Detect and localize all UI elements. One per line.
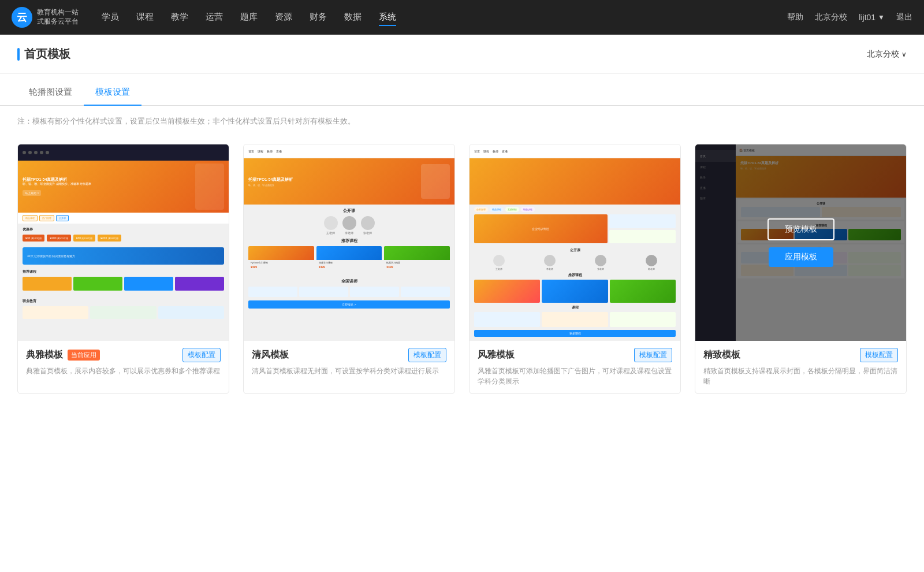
template-name-row-t1: 典雅模板 当前应用 模板配置 bbox=[26, 348, 221, 362]
note-text: 注：模板有部分个性化样式设置，设置后仅当前模板生效；非个性化样式设置后只针对所有… bbox=[0, 106, 924, 132]
template-footer-t1: 典雅模板 当前应用 模板配置 典雅首页模板，展示内容较多，可以展示优惠券和多个推… bbox=[18, 341, 229, 383]
branch-selector[interactable]: 北京分校 ∨ bbox=[867, 49, 907, 60]
current-badge-t1: 当前应用 bbox=[68, 350, 100, 361]
apply-button-t4[interactable]: 应用模板 bbox=[769, 247, 833, 267]
template-name-t2: 清风模板 bbox=[252, 349, 289, 361]
nav-item-operations[interactable]: 运营 bbox=[206, 9, 223, 26]
nav-menu: 学员 课程 教学 运营 题库 资源 财务 数据 系统 bbox=[102, 9, 787, 26]
template-name-row-t2: 清风模板 模板配置 bbox=[252, 348, 446, 362]
template-desc-t1: 典雅首页模板，展示内容较多，可以展示优惠券和多个推荐课程 bbox=[26, 366, 221, 376]
templates-grid: 托福TPO1-54真题及解析 听、说、读、写·全面提升·成绩快步、准确率 对作题… bbox=[0, 132, 924, 417]
template-overlay-t4: 预览模板 应用模板 bbox=[695, 144, 906, 341]
page-title: 首页模板 bbox=[17, 46, 70, 62]
tab-template[interactable]: 模板设置 bbox=[84, 80, 141, 106]
template-desc-t3: 风雅首页模板可添加轮播图下广告图片，可对课程及课程包设置学科分类展示 bbox=[478, 366, 672, 387]
preview-button-t4[interactable]: 预览模板 bbox=[767, 218, 834, 240]
template-card-t1[interactable]: 托福TPO1-54真题及解析 听、说、读、写·全面提升·成绩快步、准确率 对作题… bbox=[17, 144, 229, 394]
logo[interactable]: 云 教育机构一站 式服务云平台 bbox=[12, 7, 79, 28]
user-dropdown[interactable]: lijt01 ▼ bbox=[859, 13, 885, 22]
logo-text: 教育机构一站 式服务云平台 bbox=[37, 8, 79, 26]
nav-item-students[interactable]: 学员 bbox=[102, 9, 119, 26]
top-navigation: 云 教育机构一站 式服务云平台 学员 课程 教学 运营 题库 资源 财务 数据 … bbox=[0, 0, 924, 35]
chevron-down-icon: ▼ bbox=[878, 13, 885, 21]
nav-item-finance[interactable]: 财务 bbox=[310, 9, 327, 26]
page-content: 首页模板 北京分校 ∨ 轮播图设置 模板设置 注：模板有部分个性化样式设置，设置… bbox=[0, 35, 924, 572]
template-name-t4: 精致模板 bbox=[703, 349, 740, 361]
tabs-bar: 轮播图设置 模板设置 bbox=[0, 80, 924, 106]
branch-link[interactable]: 北京分校 bbox=[815, 12, 847, 23]
template-card-t4[interactable]: 首页 课程 教学 直播 题库 🏠 首页模板 bbox=[695, 144, 907, 394]
template-card-t2[interactable]: 首页课程教师直播 托福TPO1-54真题及解析 听、说、读、写·全面提升 bbox=[243, 144, 455, 394]
nav-right: 帮助 北京分校 lijt01 ▼ 退出 bbox=[787, 12, 912, 23]
nav-item-system[interactable]: 系统 bbox=[379, 9, 396, 26]
template-preview-t3: 首页课程教师直播 全部好课 精品课程 实战训练 职业认证 bbox=[470, 144, 680, 341]
nav-item-resources[interactable]: 资源 bbox=[275, 9, 292, 26]
template-footer-t3: 风雅模板 模板配置 风雅首页模板可添加轮播图下广告图片，可对课程及课程包设置学科… bbox=[470, 341, 680, 393]
template-card-t3[interactable]: 首页课程教师直播 全部好课 精品课程 实战训练 职业认证 bbox=[469, 144, 681, 394]
template-preview-t4: 首页 课程 教学 直播 题库 🏠 首页模板 bbox=[695, 144, 906, 341]
page-header: 首页模板 北京分校 ∨ bbox=[0, 35, 924, 74]
template-desc-t4: 精致首页模板支持课程展示封面，各模板分隔明显，界面简洁清晰 bbox=[703, 366, 898, 387]
nav-item-courses[interactable]: 课程 bbox=[136, 9, 154, 26]
tab-slideshow[interactable]: 轮播图设置 bbox=[17, 80, 84, 106]
nav-item-data[interactable]: 数据 bbox=[344, 9, 362, 26]
config-button-t3[interactable]: 模板配置 bbox=[634, 348, 672, 362]
config-button-t2[interactable]: 模板配置 bbox=[408, 348, 446, 362]
config-button-t1[interactable]: 模板配置 bbox=[182, 348, 221, 362]
nav-item-teaching[interactable]: 教学 bbox=[171, 9, 188, 26]
template-preview-t2: 首页课程教师直播 托福TPO1-54真题及解析 听、说、读、写·全面提升 bbox=[244, 144, 454, 341]
help-link[interactable]: 帮助 bbox=[787, 12, 803, 23]
logo-icon: 云 bbox=[12, 7, 32, 28]
template-name-t1: 典雅模板 bbox=[26, 349, 63, 361]
template-footer-t4: 精致模板 模板配置 精致首页模板支持课程展示封面，各模板分隔明显，界面简洁清晰 bbox=[695, 341, 906, 393]
logout-link[interactable]: 退出 bbox=[896, 12, 912, 23]
template-name-t3: 风雅模板 bbox=[478, 349, 515, 361]
template-desc-t2: 清风首页模板课程无封面，可设置按学科分类对课程进行展示 bbox=[252, 366, 446, 376]
template-name-row-t4: 精致模板 模板配置 bbox=[703, 348, 898, 362]
config-button-t4[interactable]: 模板配置 bbox=[860, 348, 898, 362]
template-preview-t1: 托福TPO1-54真题及解析 听、说、读、写·全面提升·成绩快步、准确率 对作题… bbox=[18, 144, 229, 341]
chevron-down-icon: ∨ bbox=[901, 50, 907, 58]
nav-item-questionbank[interactable]: 题库 bbox=[240, 9, 258, 26]
template-footer-t2: 清风模板 模板配置 清风首页模板课程无封面，可设置按学科分类对课程进行展示 bbox=[244, 341, 454, 383]
template-name-row-t3: 风雅模板 模板配置 bbox=[478, 348, 672, 362]
